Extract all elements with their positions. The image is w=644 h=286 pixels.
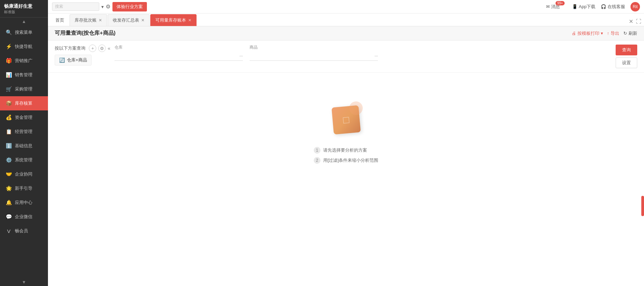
tab-available-ledger[interactable]: 可用量库存账本 ✕ [150,14,197,26]
cube-face-icon: □ [342,114,350,126]
enterprise-icon: 🤝 [5,171,12,177]
version-label: 标准版 [4,9,44,15]
sidebar-item-enterprise[interactable]: 🤝 企业协同 [0,167,48,181]
sidebar-item-marketing-label: 营销推广 [15,58,32,64]
message-badge: 99+ [556,1,565,5]
sidebar-item-quick-nav-label: 快捷导航 [15,44,32,50]
tabbar-right: ✕ ⛶ [629,18,641,26]
wechat-icon: 💬 [5,214,12,220]
product-filter-field: 商品 ··· [250,45,378,61]
hint-num-2: 2 [314,157,320,164]
sidebar-item-sales[interactable]: 📊 销售管理 [0,68,48,82]
print-button[interactable]: 🖨 按模板打印 ▾ [572,30,603,36]
sidebar-item-wechat[interactable]: 💬 企业微信 [0,210,48,224]
filter-collapse-button[interactable]: « [108,46,110,51]
right-scrollbar[interactable] [641,196,644,216]
main-area: 搜索 ▾ ⚙ 体验行业方案 ✉ 消息 99+ 📱 App下载 🎧 在线客服 Ri… [48,0,644,286]
empty-hint-2: 2 用[过滤]条件来缩小分析范围 [314,157,378,164]
sidebar-item-basic[interactable]: ℹ️ 基础信息 [0,139,48,153]
sidebar-item-apps[interactable]: 🔔 应用中心 [0,196,48,210]
sidebar-item-operation-label: 经营管理 [15,129,32,135]
finance-icon: 💰 [5,114,12,121]
topbar-gear-button[interactable]: ⚙ [106,3,110,10]
tab-receive-summary-close[interactable]: ✕ [141,18,145,23]
page-actions: 🖨 按模板打印 ▾ ↑ 导出 ↻ 刷新 [572,30,638,36]
settings-button[interactable]: 设置 [616,57,637,68]
warehouse-dots-button[interactable]: ··· [239,53,242,59]
sidebar-logo: 畅康通好生意 标准版 [0,0,48,18]
vip-icon: V [5,228,12,234]
query-button[interactable]: 查询 [616,45,637,55]
quick-nav-icon: ⚡ [5,44,12,50]
tab-home[interactable]: 首页 [51,15,69,26]
sidebar-item-sales-label: 销售管理 [15,72,32,78]
warehouse-input[interactable] [114,54,238,59]
sidebar-item-system[interactable]: ⚙️ 系统管理 [0,153,48,167]
app-download-icon: 📱 [572,4,577,9]
online-service-button[interactable]: 🎧 在线客服 [601,4,625,10]
online-service-label: 在线客服 [608,4,625,10]
marketing-icon: 🎁 [5,58,12,64]
empty-illustration: □ [326,100,366,140]
sidebar-item-finance[interactable]: 💰 资金管理 [0,110,48,125]
tab-available-ledger-label: 可用量库存账本 [155,17,186,23]
product-dots-button[interactable]: ··· [374,53,378,59]
purchase-icon: 🛒 [5,86,12,92]
tabbar-expand-button[interactable]: ⛶ [636,19,641,25]
app-download-label: App下载 [579,4,595,10]
filter-add-button[interactable]: ＋ [89,45,96,52]
message-button[interactable]: ✉ 消息 99+ [546,4,560,10]
sidebar-item-guide-label: 新手引导 [15,185,32,191]
btn-group: 查询 设置 [616,45,637,68]
sidebar-item-operation[interactable]: 📋 经营管理 [0,125,48,139]
sidebar-scroll-up[interactable]: ▲ [0,18,48,25]
tabbar-close-all-button[interactable]: ✕ [629,18,633,25]
sidebar-item-quick-nav[interactable]: ⚡ 快捷导航 [0,40,48,54]
inventory-icon: 📦 [5,100,12,106]
filter-settings-button[interactable]: ⚙ [98,45,106,52]
sidebar-item-vip[interactable]: V 畅会员 [0,224,48,238]
sidebar-item-search[interactable]: 🔍 搜索菜单 [0,25,48,40]
tab-receive-summary-label: 收发存汇总表 [113,17,139,23]
sidebar-item-finance-label: 资金管理 [15,114,32,121]
sidebar-item-marketing[interactable]: 🎁 营销推广 [0,54,48,68]
tab-batch-ledger-close[interactable]: ✕ [99,18,102,23]
tab-batch-ledger[interactable]: 库存批次账 ✕ [70,14,107,26]
user-avatar[interactable]: Rit [630,2,640,11]
scheme-item[interactable]: 🔄 仓库+商品 [55,55,92,66]
sidebar-item-search-label: 搜索菜单 [15,29,32,35]
refresh-icon: ↻ [623,31,627,36]
sidebar-item-vip-label: 畅会员 [15,228,28,234]
filter-fields: 仓库 ··· 商品 ··· [114,45,612,61]
filter-panel: 按以下方案查询 ＋ ⚙ « 🔄 仓库+商品 仓库 ··· [48,41,644,73]
tab-receive-summary[interactable]: 收发存汇总表 ✕ [108,14,150,26]
topbar-dropdown-button[interactable]: ▾ [101,4,104,9]
sidebar-item-wechat-label: 企业微信 [15,214,32,220]
sidebar: 畅康通好生意 标准版 ▲ 🔍 搜索菜单 ⚡ 快捷导航 🎁 营销推广 📊 销售管理… [0,0,48,286]
export-icon: ↑ [607,31,610,36]
product-input[interactable] [250,54,373,59]
page-content: 可用量查询(按仓库+商品) 🖨 按模板打印 ▾ ↑ 导出 ↻ 刷新 [48,26,644,286]
service-icon: 🎧 [601,4,606,9]
topbar-industry-button[interactable]: 体验行业方案 [112,2,147,11]
tab-available-ledger-close[interactable]: ✕ [188,18,191,23]
empty-state: □ 1 请先选择要分析的方案 2 用[过滤]条件来缩小分析范围 [48,73,644,191]
sidebar-item-guide[interactable]: 🌟 新手引导 [0,181,48,196]
sidebar-scroll-down[interactable]: ▼ [0,278,48,286]
system-icon: ⚙️ [5,157,12,163]
refresh-button[interactable]: ↻ 刷新 [623,30,637,36]
scheme-icon: 🔄 [59,57,65,63]
sales-icon: 📊 [5,72,12,78]
sidebar-item-inventory[interactable]: 📦 库存核算 [0,96,48,110]
print-icon: 🖨 [572,31,576,36]
sidebar-menu: 🔍 搜索菜单 ⚡ 快捷导航 🎁 营销推广 📊 销售管理 🛒 采购管理 📦 库存核… [0,25,48,278]
topbar-search-box: 搜索 [52,2,99,11]
warehouse-filter-field: 仓库 ··· [114,45,243,61]
sidebar-item-apps-label: 应用中心 [15,200,32,206]
export-button[interactable]: ↑ 导出 [607,30,620,36]
tab-batch-ledger-label: 库存批次账 [75,17,97,23]
sidebar-item-purchase[interactable]: 🛒 采购管理 [0,82,48,96]
app-download-button[interactable]: 📱 App下载 [572,4,595,10]
basic-icon: ℹ️ [5,143,12,149]
print-label: 按模板打印 [577,30,599,36]
